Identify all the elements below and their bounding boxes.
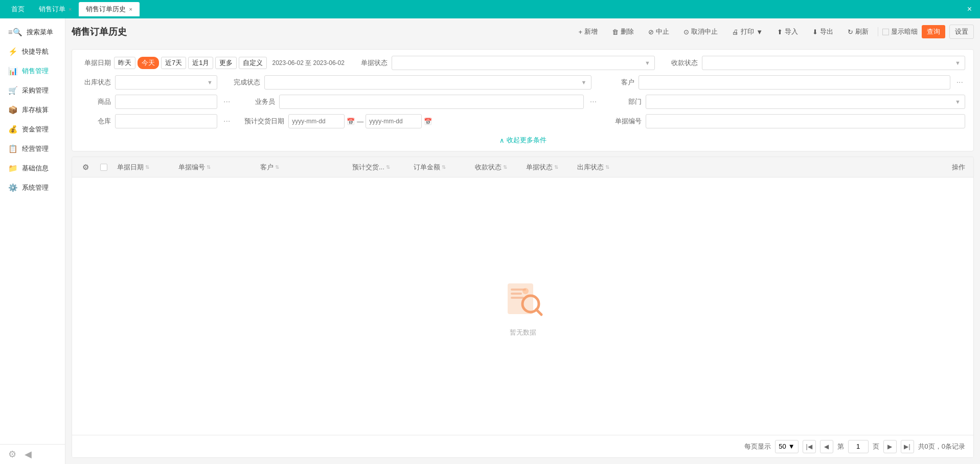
system-mgmt-icon: ⚙️ [8,183,18,192]
delivery-date-to[interactable] [366,114,422,128]
warehouse-status-select[interactable]: ▼ [115,75,217,90]
window-close-button[interactable]: × [963,5,976,14]
filter-panel: 单据日期 昨天 今天 近7天 近1月 [72,49,974,151]
stop-button[interactable]: ⊘ 中止 [643,25,674,38]
salesperson-input[interactable] [279,95,583,109]
display-cols-checkbox[interactable] [882,29,889,35]
sort-amount-icon: ⇅ [442,164,446,170]
payment-status-arrow-icon: ▼ [955,60,961,66]
table-container: ⚙ 单据日期 ⇅ 单据编号 ⇅ 客户 ⇅ 预计交货... [72,157,974,458]
sidebar-item-search-menu[interactable]: ≡🔍 搜索菜单 [0,23,65,42]
stop-icon: ⊘ [648,28,654,36]
date-yesterday-btn[interactable]: 昨天 [114,57,135,69]
sidebar-item-operations-mgmt[interactable]: 📋 经营管理 [0,139,65,159]
sort-customer-icon: ⇅ [275,164,279,170]
complete-status-select[interactable]: ▼ [264,75,591,90]
purchase-mgmt-icon: 🛒 [8,86,18,95]
sidebar: ≡🔍 搜索菜单 ⚡ 快捷导航 📊 销售管理 🛒 采购管理 📦 库存核算 💰 资金… [0,18,65,464]
department-select[interactable]: ▼ [646,95,965,109]
date-1month-btn[interactable]: 近1月 [188,57,213,69]
sidebar-item-inventory-check[interactable]: 📦 库存核算 [0,100,65,120]
goods-ellipsis-btn[interactable]: ··· [221,97,232,106]
quick-nav-icon: ⚡ [8,47,18,56]
col-settings[interactable]: ⚙ [76,163,95,172]
last-page-button[interactable]: ▶| [901,440,914,453]
delete-button[interactable]: 🗑 删除 [607,25,639,38]
warehouse-ellipsis-btn[interactable]: ··· [221,117,232,126]
th-amount[interactable]: 订单金额 ⇅ [409,163,471,172]
tab-sales-order-history[interactable]: 销售订单历史 × [79,2,139,16]
col-check-all[interactable] [95,164,113,171]
prev-page-button[interactable]: ◀ [820,440,833,453]
th-bill-status[interactable]: 单据状态 ⇅ [522,163,573,172]
export-button[interactable]: ⬇ 导出 [807,25,838,38]
sidebar-item-basic-info[interactable]: 📁 基础信息 [0,159,65,178]
svg-point-6 [522,288,529,294]
th-payment[interactable]: 收款状态 ⇅ [471,163,522,172]
sidebar-item-purchase-mgmt[interactable]: 🛒 采购管理 [0,81,65,100]
display-cols-toggle[interactable]: 显示暗细 [882,27,918,36]
th-delivery[interactable]: 预计交货... ⇅ [348,163,409,172]
check-all-checkbox[interactable] [100,164,107,171]
th-date[interactable]: 单据日期 ⇅ [113,163,174,172]
sort-payment-icon: ⇅ [503,164,507,170]
delivery-date-from-cal-icon[interactable]: 📅 [347,118,355,125]
page-number-input[interactable] [848,440,869,453]
sidebar-item-sales-mgmt[interactable]: 📊 销售管理 [0,61,65,81]
salesperson-ellipsis-btn[interactable]: ··· [588,97,599,106]
page-label-suffix: 页 [873,442,879,451]
customer-label: 客户 [604,78,634,87]
sidebar-bottom: ⚙ ◀ [0,444,65,464]
delivery-date-range: 📅 — 📅 [288,114,599,128]
sidebar-item-finance-mgmt[interactable]: 💰 资金管理 [0,120,65,139]
delivery-date-from[interactable] [288,114,345,128]
column-settings-icon[interactable]: ⚙ [82,163,89,172]
th-number[interactable]: 单据编号 ⇅ [174,163,256,172]
next-page-button[interactable]: ▶ [883,440,897,453]
refresh-button[interactable]: ↻ 刷新 [842,25,874,38]
bill-number-input[interactable] [646,114,965,128]
th-action: 操作 [624,163,969,172]
settings-button[interactable]: 设置 [949,25,974,39]
delete-icon: 🗑 [612,28,619,36]
import-button[interactable]: ⬆ 导入 [772,25,803,38]
date-today-btn[interactable]: 今天 [138,57,159,69]
page-size-select[interactable]: 50 ▼ [775,440,798,453]
delivery-date-to-cal-icon[interactable]: 📅 [424,118,432,125]
table-body: 暂无数据 [72,178,973,435]
department-label: 部门 [611,97,642,106]
collapse-more-conditions[interactable]: ∧ 收起更多条件 [80,134,965,145]
first-page-button[interactable]: |◀ [803,440,816,453]
tab-sales-order[interactable]: 销售订单 × [32,2,79,16]
sidebar-item-system-mgmt[interactable]: ⚙️ 系统管理 [0,178,65,197]
payment-status-select[interactable]: ▼ [702,56,965,70]
sort-delivery-icon: ⇅ [386,164,390,170]
top-bar: 首页 销售订单 × 销售订单历史 × × [0,0,980,18]
th-customer[interactable]: 客户 ⇅ [256,163,348,172]
customer-input[interactable] [639,75,950,90]
basic-info-icon: 📁 [8,164,18,173]
operations-mgmt-icon: 📋 [8,144,18,153]
page-total: 共0页，0条记录 [918,442,965,451]
date-7days-btn[interactable]: 近7天 [161,57,186,69]
query-button[interactable]: 查询 [922,25,945,38]
svg-rect-2 [511,293,522,295]
complete-status-arrow-icon: ▼ [581,79,587,85]
top-bar-right: × [963,5,976,14]
add-button[interactable]: + 新增 [574,25,603,38]
close-tab-sales-order-history[interactable]: × [129,6,132,12]
cancel-stop-button[interactable]: ⊙ 取消中止 [678,25,723,38]
sidebar-item-quick-nav[interactable]: ⚡ 快捷导航 [0,42,65,61]
close-tab-sales-order[interactable]: × [69,6,72,12]
bill-status-select[interactable]: ▼ [392,56,655,70]
sidebar-settings-icon[interactable]: ⚙ [8,449,16,460]
print-button[interactable]: 🖨 打印 ▼ [727,25,768,38]
th-warehouse-status[interactable]: 出库状态 ⇅ [573,163,624,172]
date-custom-btn[interactable]: 自定义 [239,57,267,69]
date-more-btn[interactable]: 更多 [215,57,237,69]
customer-ellipsis-btn[interactable]: ··· [954,78,965,87]
warehouse-input[interactable] [115,114,217,128]
tab-home[interactable]: 首页 [4,2,32,16]
sidebar-collapse-icon[interactable]: ◀ [25,449,32,460]
goods-input[interactable] [115,95,217,109]
